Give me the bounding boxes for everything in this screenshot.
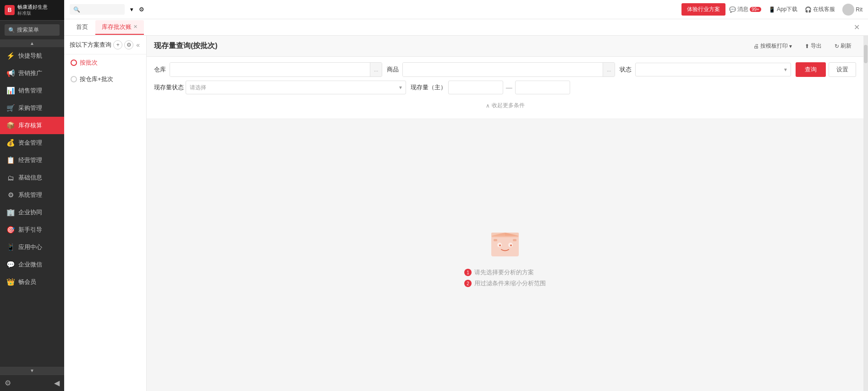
filter-row-1: 仓库 ... 商品 ... 状态	[154, 62, 856, 77]
tab-home[interactable]: 首页	[70, 20, 94, 35]
purchase-icon: 🛒	[6, 104, 15, 112]
export-btn[interactable]: ⬆ 导出	[800, 40, 826, 52]
tab-home-label: 首页	[76, 23, 88, 31]
topbar-dropdown-icon[interactable]: ▾	[130, 6, 133, 13]
sidebar-item-sales[interactable]: 📊 销售管理	[0, 82, 64, 99]
sidebar-settings-icon[interactable]: ⚙	[5, 379, 11, 387]
page-title: 现存量查询(按批次)	[154, 41, 218, 51]
inventory-qty-from-input[interactable]	[448, 81, 503, 94]
warehouse-label: 仓库	[154, 65, 168, 74]
inventory-qty-dash: —	[503, 84, 515, 91]
collapse-scheme-btn[interactable]: «	[135, 40, 141, 49]
messages-item[interactable]: 💬 消息 99+	[729, 5, 761, 13]
sidebar-item-inventory[interactable]: 📦 库存核算	[0, 117, 64, 134]
inventory-icon: 📦	[6, 121, 15, 130]
sidebar-item-label: 基础信息	[18, 174, 42, 182]
topbar-settings-icon[interactable]: ⚙	[139, 6, 144, 13]
filter-bar: 仓库 ... 商品 ... 状态	[147, 57, 863, 119]
sidebar-item-enterprise[interactable]: 🏢 企业协同	[0, 204, 64, 221]
filter-row-2: 现存量状态 请选择 ▾ 现存量（主） —	[154, 81, 856, 94]
product-input[interactable]	[403, 63, 603, 76]
inventory-status-label: 现存量状态	[154, 83, 184, 92]
app-download-item[interactable]: 📱 App下载	[769, 5, 797, 13]
main-area: 🔍 ▾ ⚙ 体验行业方案 💬 消息 99+ 📱 App下载 🎧 在线客服	[64, 0, 868, 391]
svg-rect-6	[494, 239, 497, 241]
online-service-item[interactable]: 🎧 在线客服	[805, 5, 835, 13]
topbar-search-text	[82, 5, 110, 13]
tabs-bar: 首页 库存批次账 ✕ ✕	[64, 19, 868, 36]
sidebar-item-corp-wechat[interactable]: 💬 企业微信	[0, 256, 64, 273]
quick-nav-icon: ⚡	[6, 52, 15, 60]
sidebar-item-purchase[interactable]: 🛒 采购管理	[0, 99, 64, 117]
settings-scheme-btn[interactable]: ⚙	[124, 40, 133, 49]
sidebar-item-system[interactable]: ⚙ 系统管理	[0, 186, 64, 204]
filter-scheme-actions: + ⚙ «	[113, 40, 141, 49]
sidebar-collapse-icon[interactable]: ◀	[54, 379, 60, 387]
tab-inventory-batch[interactable]: 库存批次账 ✕	[95, 20, 144, 35]
topbar-search[interactable]: 🔍	[70, 4, 125, 15]
tab-panel-close-icon[interactable]: ✕	[851, 22, 863, 33]
right-scrollbar[interactable]	[863, 36, 868, 391]
sidebar-item-newbie[interactable]: 🎯 新手引导	[0, 221, 64, 239]
warehouse-input[interactable]	[170, 63, 370, 76]
settings-btn[interactable]: 设置	[829, 62, 856, 77]
table-area: 1 请先选择要分析的方案 2 用过滤条件来缩小分析范围	[147, 119, 863, 391]
sidebar-item-app-center[interactable]: 📱 应用中心	[0, 239, 64, 256]
inventory-qty-to-input[interactable]	[515, 81, 570, 94]
scrollbar-thumb[interactable]	[864, 45, 868, 63]
sales-icon: 📊	[6, 87, 15, 95]
collapse-more-btn[interactable]: ∧ 收起更多条件	[154, 98, 856, 113]
hint-text-2: 用过滤条件来缩小分析范围	[474, 279, 546, 288]
sidebar-item-finance[interactable]: 💰 资金管理	[0, 134, 64, 152]
sidebar-item-marketing[interactable]: 📢 营销推广	[0, 65, 64, 82]
online-service-label: 在线客服	[813, 5, 835, 13]
scheme-item-by-warehouse-batch[interactable]: 按仓库+批次	[64, 71, 146, 87]
tab-inventory-batch-label: 库存批次账	[102, 23, 132, 31]
topbar: 🔍 ▾ ⚙ 体验行业方案 💬 消息 99+ 📱 App下载 🎧 在线客服	[64, 0, 868, 19]
sidebar-item-quick-nav[interactable]: ⚡ 快捷导航	[0, 47, 64, 65]
search-menu-box[interactable]: 🔍 搜索菜单	[5, 24, 60, 36]
mobile-icon: 📱	[769, 6, 775, 13]
user-avatar-item[interactable]: Rit	[842, 4, 863, 16]
sidebar-item-label: 营销推广	[18, 69, 42, 77]
status-select-arrow: ▾	[784, 66, 787, 73]
sidebar-search-area[interactable]: 🔍 搜索菜单	[0, 21, 64, 39]
refresh-btn[interactable]: ↻ 刷新	[830, 40, 856, 52]
chevron-up-icon: ∧	[486, 103, 490, 109]
scheme-item-by-batch[interactable]: 按批次	[64, 54, 146, 71]
page-container: 按以下方案查询 + ⚙ « 按批次 按仓库+批次	[64, 36, 868, 391]
sidebar-scroll-up[interactable]: ▲	[0, 39, 64, 47]
sidebar-item-member[interactable]: 👑 畅会员	[0, 273, 64, 291]
inventory-status-select[interactable]: 请选择 ▾	[186, 81, 406, 94]
sidebar-item-basics[interactable]: 🗂 基础信息	[0, 169, 64, 186]
filter-actions-right: 查询 设置	[796, 62, 856, 77]
print-template-btn[interactable]: 🖨 按模板打印 ▾	[749, 40, 797, 52]
topbar-search-icon: 🔍	[73, 6, 80, 13]
sidebar-header: B 畅康通好生意 标准版	[0, 0, 64, 21]
inventory-status-value: 请选择	[190, 84, 206, 92]
app-center-icon: 📱	[6, 243, 15, 251]
status-select[interactable]: ▾	[635, 63, 791, 76]
product-more-btn[interactable]: ...	[603, 63, 615, 76]
warehouse-more-btn[interactable]: ...	[370, 63, 382, 76]
product-field: 商品 ...	[387, 62, 615, 77]
query-btn[interactable]: 查询	[796, 62, 826, 77]
svg-rect-7	[513, 239, 516, 241]
inventory-qty-field: 现存量（主） —	[411, 81, 663, 94]
tab-close-icon[interactable]: ✕	[133, 24, 137, 30]
scheme-dot-active	[71, 60, 77, 66]
trial-btn[interactable]: 体验行业方案	[681, 3, 725, 16]
sidebar-item-operations[interactable]: 📋 经营管理	[0, 152, 64, 169]
collapse-more-label: 收起更多条件	[492, 102, 525, 109]
content-area: 现存量查询(按批次) 🖨 按模板打印 ▾ ⬆ 导出 ↻ 刷新	[147, 36, 863, 391]
status-label: 状态	[620, 65, 633, 74]
sidebar: B 畅康通好生意 标准版 🔍 搜索菜单 ▲ ⚡ 快捷导航 📢 营销推广 📊 销售…	[0, 0, 64, 391]
sidebar-scroll-down[interactable]: ▼	[0, 367, 64, 375]
add-scheme-btn[interactable]: +	[113, 40, 122, 49]
empty-hints: 1 请先选择要分析的方案 2 用过滤条件来缩小分析范围	[464, 268, 546, 290]
search-menu-label: 搜索菜单	[17, 26, 39, 34]
marketing-icon: 📢	[6, 69, 15, 77]
sidebar-item-label: 应用中心	[18, 243, 42, 251]
headset-icon: 🎧	[805, 6, 812, 13]
messages-icon: 💬	[729, 6, 736, 13]
